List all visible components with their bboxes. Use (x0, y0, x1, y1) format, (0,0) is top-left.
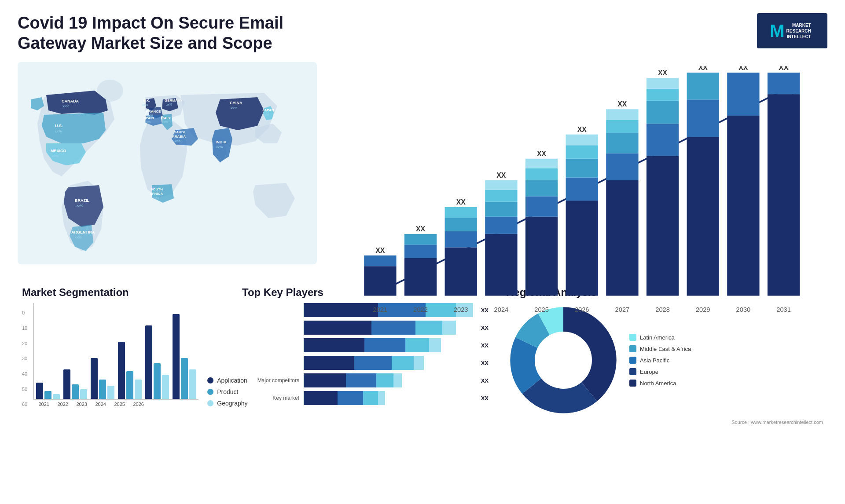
svg-rect-45 (445, 248, 477, 296)
legend-dot-geography (207, 400, 213, 406)
svg-rect-87 (687, 100, 719, 138)
logo-area: M MARKETRESEARCHINTELLECT (757, 13, 827, 48)
donut-chart-svg (506, 303, 621, 417)
svg-text:ARGENTINA: ARGENTINA (71, 230, 95, 234)
seg-bar-group-2021 (36, 383, 60, 399)
legend-color-north-america (629, 380, 636, 387)
svg-text:ARABIA: ARABIA (172, 135, 186, 139)
donut-legend-asia-pacific: Asia Pacific (629, 357, 691, 364)
svg-text:JAPAN: JAPAN (262, 108, 274, 112)
svg-text:XX: XX (456, 198, 466, 206)
player-bar-2 (304, 321, 473, 335)
segmentation-section: Market Segmentation 60 50 40 30 20 10 0 (18, 282, 229, 429)
legend-color-asia (629, 357, 636, 364)
player-xx-3: XX (481, 342, 489, 349)
svg-rect-42 (404, 234, 437, 245)
svg-rect-48 (445, 207, 477, 218)
player-bar-3 (304, 338, 473, 352)
player-label-major-competitors: Major competitors (242, 377, 299, 383)
svg-rect-73 (606, 153, 638, 180)
svg-text:2023: 2023 (454, 306, 468, 313)
svg-text:MEXICO: MEXICO (51, 149, 66, 153)
world-map-svg: CANADA xx% U.S. xx% MEXICO xx% BRAZIL xx… (18, 62, 317, 264)
legend-color-europe (629, 368, 636, 375)
seg-bar-group-2023 (91, 358, 114, 399)
players-bars-container: XX XX (242, 303, 489, 405)
svg-rect-79 (647, 156, 679, 296)
svg-text:xx%: xx% (75, 235, 81, 239)
svg-text:XX: XX (658, 69, 668, 77)
seg-bar-app-2021 (36, 383, 43, 399)
svg-rect-91 (727, 116, 759, 296)
svg-rect-65 (566, 201, 598, 296)
svg-text:AFRICA: AFRICA (150, 192, 163, 196)
svg-rect-46 (445, 231, 477, 248)
svg-text:SAUDI: SAUDI (174, 130, 185, 134)
player-row-4: XX (242, 356, 489, 370)
svg-rect-75 (606, 120, 638, 133)
seg-bar-group-2022 (63, 369, 87, 399)
player-bar-5 (304, 373, 473, 387)
svg-rect-96 (768, 73, 800, 94)
svg-text:SOUTH: SOUTH (151, 187, 163, 191)
player-row-5: Major competitors XX (242, 373, 489, 387)
svg-rect-95 (768, 94, 800, 296)
svg-rect-72 (606, 180, 638, 296)
player-bar-6 (304, 391, 473, 405)
svg-text:2027: 2027 (615, 306, 630, 313)
svg-text:ITALY: ITALY (161, 116, 171, 120)
svg-text:INDIA: INDIA (216, 140, 227, 144)
svg-rect-69 (566, 135, 598, 145)
svg-rect-82 (647, 89, 679, 101)
svg-text:XX: XX (416, 225, 426, 233)
svg-text:xx%: xx% (142, 103, 148, 106)
donut-legend-middle-east: Middle East & Africa (629, 345, 691, 352)
svg-text:CANADA: CANADA (62, 99, 79, 103)
seg-bar-prod-2021 (44, 391, 51, 399)
bar-chart-section: XX 2021 XX 2022 XX 2023 (326, 62, 827, 273)
svg-rect-55 (485, 180, 517, 190)
player-bar-4 (304, 356, 473, 370)
svg-rect-52 (485, 217, 517, 234)
svg-text:XX: XX (375, 247, 385, 254)
svg-rect-81 (647, 101, 679, 124)
svg-text:2029: 2029 (696, 306, 710, 313)
svg-text:FRANCE: FRANCE (146, 110, 161, 113)
svg-text:2021: 2021 (373, 306, 388, 313)
logo-text: MARKETRESEARCHINTELLECT (786, 22, 815, 40)
legend-dot-application (207, 377, 213, 383)
page: Covid 19 Impact On Secure Email Gateway … (0, 0, 845, 504)
svg-text:CHINA: CHINA (230, 101, 242, 105)
bar-chart-container: XX 2021 XX 2022 XX 2023 (334, 66, 819, 315)
svg-rect-58 (525, 217, 558, 296)
svg-text:XX: XX (537, 150, 547, 157)
svg-rect-37 (364, 256, 396, 266)
seg-bar-group-2025 (145, 325, 169, 399)
svg-rect-54 (485, 190, 517, 202)
donut-container: Latin America Middle East & Africa Asia … (506, 303, 823, 417)
svg-rect-92 (727, 73, 759, 116)
donut-legend-north-america: North America (629, 380, 691, 387)
y-axis-labels: 60 50 40 30 20 10 0 (22, 310, 27, 407)
donut-legend-europe: Europe (629, 368, 691, 375)
svg-point-104 (536, 332, 591, 388)
player-row-6: Key market XX (242, 391, 489, 405)
svg-text:xx%: xx% (55, 129, 62, 133)
seg-bar-group-2026 (173, 314, 196, 399)
svg-text:2030: 2030 (736, 306, 751, 313)
svg-rect-66 (566, 178, 598, 201)
svg-text:SPAIN: SPAIN (143, 116, 154, 120)
header: Covid 19 Impact On Secure Email Gateway … (18, 13, 827, 53)
svg-text:GERMANY: GERMANY (165, 99, 183, 102)
player-xx-4: XX (481, 360, 489, 366)
svg-text:XX: XX (738, 66, 748, 71)
svg-text:2022: 2022 (413, 306, 428, 313)
svg-text:xx%: xx% (62, 104, 69, 108)
svg-rect-62 (525, 159, 558, 168)
svg-rect-51 (485, 234, 517, 296)
segmentation-bars (33, 303, 198, 400)
source-text: Source : www.marketresearchintellect.com (506, 420, 823, 425)
svg-rect-53 (485, 202, 517, 217)
svg-rect-60 (525, 180, 558, 197)
svg-rect-88 (687, 73, 719, 99)
